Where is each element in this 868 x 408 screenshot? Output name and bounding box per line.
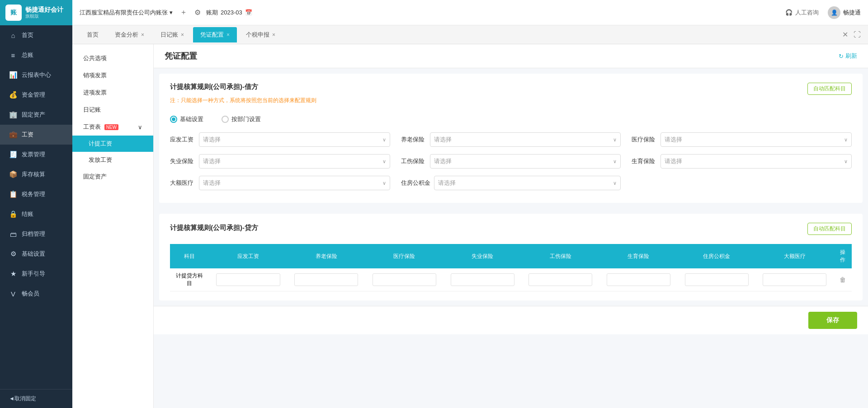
chevron-down-icon: ∨ <box>382 180 386 186</box>
invoice-icon: 🧾 <box>9 150 17 159</box>
left-nav-payroll-table[interactable]: 工资表 NEW ∨ <box>72 118 153 136</box>
credit-input-shiye[interactable] <box>451 273 514 286</box>
closing-icon: 🔒 <box>9 210 17 218</box>
logo-icon: 账 <box>5 5 22 21</box>
refresh-label: 刷新 <box>845 52 857 60</box>
tab-journal-close[interactable]: × <box>181 32 184 38</box>
radio-dept[interactable]: 按部门设置 <box>222 115 261 123</box>
sidebar-item-label: 总账 <box>22 51 33 59</box>
ledger-icon: ≡ <box>9 52 17 59</box>
credit-table-header-row: 科目 应发工资 养老保险 医疗保险 失业保险 工伤保险 生育保险 住房公积金 大… <box>170 244 852 268</box>
left-nav-accrual[interactable]: 计提工资 <box>72 136 153 152</box>
field-gongshang-select[interactable]: 请选择 ∨ <box>430 154 621 169</box>
tax-icon: 📋 <box>9 190 17 198</box>
radio-basic[interactable]: 基础设置 <box>170 115 203 123</box>
add-icon[interactable]: ＋ <box>180 8 187 17</box>
left-nav-payment-label: 发放工资 <box>89 156 112 163</box>
field-yingfa-select[interactable]: 请选择 ∨ <box>199 132 390 147</box>
credit-input-yiliao[interactable] <box>373 273 436 286</box>
user-label: 畅捷通 <box>843 9 861 17</box>
field-shiye-select[interactable]: 请选择 ∨ <box>199 154 390 169</box>
credit-row-shengyu[interactable] <box>599 268 678 291</box>
credit-row-yanglao[interactable] <box>287 268 365 291</box>
sidebar-item-settings[interactable]: ⚙ 基础设置 <box>0 244 72 264</box>
credit-input-shengyu[interactable] <box>607 273 670 286</box>
sidebar-item-reports[interactable]: 📊 云报表中心 <box>0 65 72 85</box>
debit-auto-match-button[interactable]: 自动匹配科目 <box>807 83 852 95</box>
tab-voucher-close[interactable]: × <box>226 32 230 38</box>
sidebar-item-closing[interactable]: 🔒 结账 <box>0 204 72 224</box>
credit-auto-match-button[interactable]: 自动匹配科目 <box>807 223 852 235</box>
left-nav-fixed-assets[interactable]: 固定资产 <box>72 168 153 185</box>
company-selector[interactable]: 江西服宝精品有限责任公司内账张 ▾ <box>80 9 173 17</box>
sidebar-item-archive[interactable]: 🗃 归档管理 <box>0 224 72 244</box>
sidebar-item-home[interactable]: ⌂ 首页 <box>0 25 72 45</box>
cancel-fixed-button[interactable]: ◄取消固定 <box>0 389 72 408</box>
gear-icon[interactable]: ⚙ <box>194 8 201 17</box>
refresh-button[interactable]: ↻ 刷新 <box>839 52 857 60</box>
user-menu[interactable]: 👤 畅捷通 <box>828 6 861 19</box>
save-button[interactable]: 保存 <box>808 312 857 329</box>
sidebar-item-invoice[interactable]: 🧾 发票管理 <box>0 145 72 164</box>
credit-input-yingfa[interactable] <box>216 273 280 286</box>
sidebar-item-funds[interactable]: 💰 资金管理 <box>0 85 72 105</box>
left-nav-payment[interactable]: 发放工资 <box>72 152 153 168</box>
sidebar-item-inventory[interactable]: 📦 库存核算 <box>0 164 72 184</box>
left-nav-sales-label: 销项发票 <box>83 71 107 80</box>
tab-tax-label: 个税申报 <box>246 31 269 39</box>
credit-row-yiliao[interactable] <box>365 268 443 291</box>
credit-table: 科目 应发工资 养老保险 医疗保险 失业保险 工伤保险 生育保险 住房公积金 大… <box>170 244 852 291</box>
field-zhufang-select[interactable]: 请选择 ∨ <box>434 176 621 190</box>
credit-input-daejiao[interactable] <box>763 273 826 286</box>
sidebar-item-vip[interactable]: V 畅会员 <box>0 284 72 304</box>
chevron-down-icon: ∨ <box>844 137 848 143</box>
period-selector[interactable]: 账期 2023-03 📅 <box>206 9 252 17</box>
cancel-fixed-label: ◄取消固定 <box>9 395 36 403</box>
field-zhufang-placeholder: 请选择 <box>438 179 456 187</box>
credit-row-yingfa[interactable] <box>209 268 288 291</box>
save-bar: 保存 <box>154 306 868 334</box>
left-nav-purchase-label: 进项发票 <box>83 89 107 97</box>
col-yingfa: 应发工资 <box>209 244 288 268</box>
tab-journal[interactable]: 日记账 × <box>153 27 191 42</box>
close-all-icon[interactable]: ✕ <box>842 30 848 39</box>
credit-input-zhufang[interactable] <box>685 273 749 286</box>
field-yanglao-placeholder: 请选择 <box>434 136 452 144</box>
tab-voucher[interactable]: 凭证配置 × <box>193 27 237 42</box>
tab-funds-close[interactable]: × <box>141 32 144 38</box>
credit-row-daejiao[interactable] <box>755 268 834 291</box>
period-value: 2023-03 <box>221 9 242 16</box>
credit-row-shiye[interactable] <box>443 268 522 291</box>
service-button[interactable]: 🎧 人工咨询 <box>785 9 819 17</box>
field-daejiao-select[interactable]: 请选择 ∨ <box>199 176 390 190</box>
delete-row-icon[interactable]: 🗑 <box>840 276 846 283</box>
tab-tax-close[interactable]: × <box>272 32 275 38</box>
credit-row-gongshang[interactable] <box>521 268 599 291</box>
tab-funds-label: 资金分析 <box>115 31 138 39</box>
field-yanglao-select[interactable]: 请选择 ∨ <box>430 132 621 147</box>
field-yiliao-select[interactable]: 请选择 ∨ <box>660 132 852 147</box>
sidebar-item-tax[interactable]: 📋 税务管理 <box>0 184 72 204</box>
sidebar-item-guide[interactable]: ★ 新手引导 <box>0 264 72 284</box>
field-yiliao-baoxian: 医疗保险 请选择 ∨ <box>632 132 852 147</box>
left-nav-public[interactable]: 公共选项 <box>72 50 153 67</box>
tab-home[interactable]: 首页 <box>80 27 106 42</box>
expand-icon[interactable]: ⛶ <box>854 31 861 39</box>
field-shengyu-label: 生育保险 <box>632 157 657 165</box>
page-title: 凭证配置 <box>165 51 197 61</box>
field-shengyu-select[interactable]: 请选择 ∨ <box>660 154 852 169</box>
sidebar-item-ledger[interactable]: ≡ 总账 <box>0 45 72 65</box>
tab-home-label: 首页 <box>87 31 99 39</box>
left-nav-journal[interactable]: 日记账 <box>72 101 153 118</box>
col-daejiao: 大额医疗 <box>755 244 834 268</box>
left-nav-purchase[interactable]: 进项发票 <box>72 84 153 101</box>
sidebar-item-assets[interactable]: 🏢 固定资产 <box>0 105 72 125</box>
sidebar-item-salary[interactable]: 💼 工资 <box>0 125 72 145</box>
credit-input-yanglao[interactable] <box>294 273 358 286</box>
tab-tax[interactable]: 个税申报 × <box>239 27 283 42</box>
tab-funds[interactable]: 资金分析 × <box>108 27 151 42</box>
tab-journal-label: 日记账 <box>160 31 178 39</box>
left-nav-sales[interactable]: 销项发票 <box>72 67 153 84</box>
credit-input-gongshang[interactable] <box>528 273 592 286</box>
credit-row-zhufang[interactable] <box>678 268 756 291</box>
